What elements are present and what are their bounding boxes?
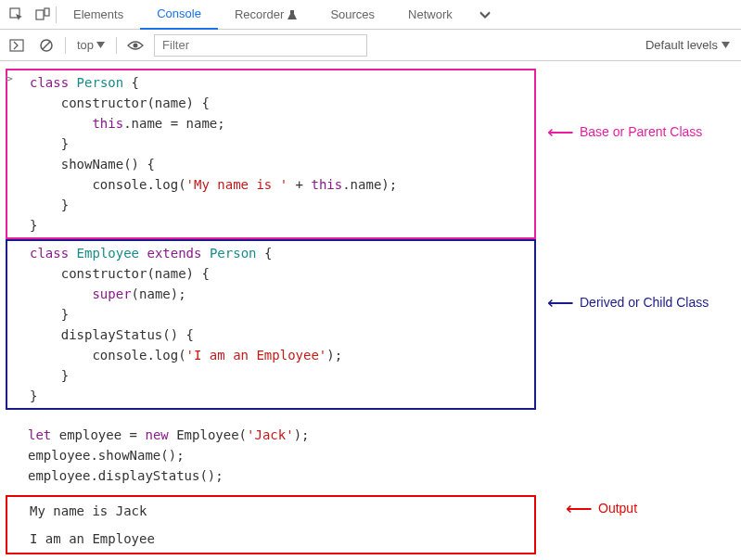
tab-elements[interactable]: Elements: [57, 0, 140, 30]
clear-console-icon[interactable]: [35, 34, 57, 57]
eye-icon[interactable]: [124, 34, 147, 57]
svg-line-5: [43, 42, 50, 49]
log-levels-selector[interactable]: Default levels: [640, 36, 735, 54]
divider: [116, 37, 117, 54]
code-employee: class Employee extends Person { construc…: [7, 241, 534, 408]
console-area: > class Person { constructor(name) { thi…: [0, 61, 741, 560]
sidebar-toggle-icon[interactable]: [6, 34, 28, 57]
filter-input[interactable]: [154, 34, 367, 57]
output-line-2: I am an Employee: [7, 525, 534, 553]
tab-recorder-label: Recorder: [235, 0, 284, 30]
svg-rect-1: [36, 10, 44, 19]
code-usage: let employee = new Employee('Jack'); emp…: [6, 423, 741, 488]
child-class-box: class Employee extends Person { construc…: [6, 239, 536, 410]
arrow-left-icon: ⟵: [547, 293, 574, 312]
annotation-child: ⟵ Derived or Child Class: [547, 293, 709, 312]
svg-rect-3: [10, 40, 23, 51]
input-marker: >: [6, 71, 13, 85]
inspect-icon[interactable]: [4, 2, 30, 28]
more-tabs-icon[interactable]: [469, 0, 501, 30]
arrow-left-icon: ⟵: [547, 122, 574, 141]
chevron-down-icon: [96, 42, 105, 48]
output-line-1: My name is Jack: [7, 497, 534, 525]
output-box: My name is Jack I am an Employee: [6, 495, 536, 554]
svg-rect-2: [45, 8, 49, 16]
flask-icon: [287, 9, 297, 20]
context-selector[interactable]: top: [73, 36, 109, 54]
device-toolbar-icon[interactable]: [30, 2, 56, 28]
parent-class-box: class Person { constructor(name) { this.…: [6, 69, 536, 239]
console-toolbar: top Default levels: [0, 30, 741, 61]
tab-recorder[interactable]: Recorder: [218, 0, 313, 30]
code-person: class Person { constructor(name) { this.…: [7, 70, 534, 237]
levels-label: Default levels: [645, 38, 718, 52]
devtools-tab-bar: Elements Console Recorder Sources Networ…: [0, 0, 741, 30]
svg-point-6: [134, 43, 138, 47]
tab-network[interactable]: Network: [391, 0, 469, 30]
divider: [65, 37, 66, 54]
arrow-left-icon: ⟵: [566, 499, 593, 517]
chevron-down-icon: [722, 42, 730, 48]
annotation-parent: ⟵ Base or Parent Class: [547, 122, 702, 141]
tab-sources[interactable]: Sources: [313, 0, 391, 30]
tab-console[interactable]: Console: [140, 0, 218, 30]
context-label: top: [77, 38, 94, 52]
annotation-output: ⟵ Output: [566, 499, 637, 517]
